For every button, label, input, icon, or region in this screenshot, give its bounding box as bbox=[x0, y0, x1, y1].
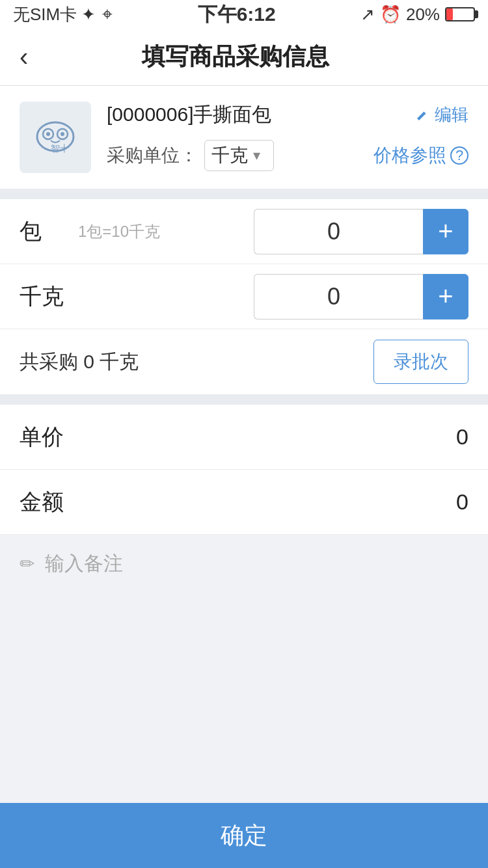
kg-quantity-input[interactable] bbox=[254, 274, 423, 319]
pack-plus-icon: + bbox=[438, 217, 453, 246]
chevron-down-icon: ▾ bbox=[253, 147, 260, 164]
note-input[interactable]: 输入备注 bbox=[45, 550, 123, 577]
pack-label: 包 bbox=[20, 217, 72, 247]
product-name: [0000006]手撕面包 bbox=[107, 102, 271, 128]
confirm-label: 确定 bbox=[221, 820, 267, 852]
amount-label: 金额 bbox=[20, 487, 64, 517]
product-thumbnail: 智十 bbox=[20, 102, 91, 173]
amount-row: 金额 0 bbox=[0, 470, 488, 535]
battery-fill bbox=[446, 8, 454, 20]
wifi-icon: ⌖ bbox=[102, 4, 113, 25]
edit-label: 编辑 bbox=[435, 103, 468, 126]
page-title: 填写商品采购信息 bbox=[41, 41, 429, 73]
pack-input-right: + bbox=[254, 209, 468, 254]
pack-plus-button[interactable]: + bbox=[423, 209, 468, 254]
product-name-row: [0000006]手撕面包 编辑 bbox=[107, 102, 468, 128]
location-icon: ↗ bbox=[360, 5, 375, 25]
unit-price-label: 单价 bbox=[20, 422, 64, 452]
unit-row: 采购单位： 千克 ▾ 价格参照 ? bbox=[107, 140, 468, 171]
nav-bar: ‹ 填写商品采购信息 bbox=[0, 29, 488, 86]
confirm-button[interactable]: 确定 bbox=[0, 803, 488, 868]
svg-text:智十: 智十 bbox=[51, 143, 69, 154]
pack-input-row: 包 1包=10千克 + bbox=[0, 199, 488, 264]
amount-value: 0 bbox=[456, 489, 468, 515]
svg-point-3 bbox=[46, 132, 50, 136]
empty-area bbox=[0, 593, 488, 814]
total-section: 共采购 0 千克 录批次 bbox=[0, 329, 488, 394]
help-icon: ? bbox=[450, 146, 468, 165]
back-button[interactable]: ‹ bbox=[20, 42, 28, 72]
price-ref-label: 价格参照 bbox=[373, 143, 446, 168]
status-time: 下午6:12 bbox=[198, 1, 276, 28]
kg-plus-icon: + bbox=[438, 282, 453, 311]
unit-price-value: 0 bbox=[456, 424, 468, 450]
total-text: 共采购 0 千克 bbox=[20, 349, 139, 375]
price-ref-button[interactable]: 价格参照 ? bbox=[373, 143, 468, 168]
kg-label: 千克 bbox=[20, 282, 72, 312]
status-left: 无SIM卡 ✦ ⌖ bbox=[13, 3, 113, 26]
unit-value: 千克 bbox=[211, 143, 248, 168]
pack-sublabel: 1包=10千克 bbox=[78, 221, 254, 242]
pack-quantity-input[interactable] bbox=[254, 209, 423, 254]
product-card: 智十 [0000006]手撕面包 编辑 采购单位： 千克 ▾ bbox=[0, 86, 488, 189]
status-bar: 无SIM卡 ✦ ⌖ 下午6:12 ↗ ⏰ 20% bbox=[0, 0, 488, 29]
section-divider-1 bbox=[0, 189, 488, 199]
note-section[interactable]: ✏ 输入备注 bbox=[0, 535, 488, 593]
alarm-icon: ⏰ bbox=[380, 5, 401, 25]
product-logo: 智十 bbox=[33, 116, 78, 159]
price-section: 单价 0 金额 0 bbox=[0, 405, 488, 535]
unit-select[interactable]: 千克 ▾ bbox=[204, 140, 274, 171]
battery-icon bbox=[445, 7, 475, 21]
kg-input-row: 千克 + bbox=[0, 264, 488, 329]
product-info: [0000006]手撕面包 编辑 采购单位： 千克 ▾ 价格参照 ? bbox=[107, 102, 468, 171]
section-divider-2 bbox=[0, 394, 488, 405]
unit-label: 采购单位： bbox=[107, 143, 198, 168]
battery-pct: 20% bbox=[406, 5, 440, 25]
kg-input-right: + bbox=[254, 274, 468, 319]
svg-point-4 bbox=[61, 132, 64, 136]
record-batch-button[interactable]: 录批次 bbox=[373, 340, 468, 384]
status-right: ↗ ⏰ 20% bbox=[360, 5, 475, 25]
kg-plus-button[interactable]: + bbox=[423, 274, 468, 319]
unit-price-row: 单价 0 bbox=[0, 405, 488, 470]
pencil-icon: ✏ bbox=[20, 553, 34, 575]
input-section: 包 1包=10千克 + 千克 + bbox=[0, 199, 488, 329]
edit-button[interactable]: 编辑 bbox=[415, 103, 468, 126]
no-sim-text: 无SIM卡 ✦ bbox=[13, 3, 96, 26]
